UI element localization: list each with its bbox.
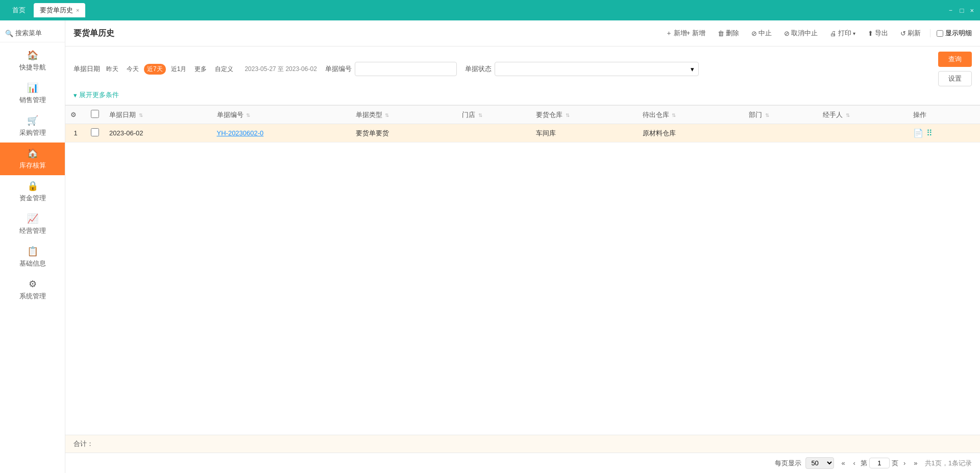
sort-icon-pending-wh[interactable]: ⇅ [672,112,676,118]
status-filter: 单据状态 ▾ [465,62,930,76]
select-all-checkbox[interactable] [91,110,99,118]
add-icon: ＋ [666,29,672,38]
refresh-icon: ↺ [900,30,906,37]
top-bar: 首页 要货单历史 × － □ × [0,0,980,20]
row-checkbox[interactable] [91,128,99,136]
col-date: 单据日期 ⇅ [104,106,212,124]
date-btn-7days[interactable]: 近7天 [144,64,166,75]
order-no-filter: 单据编号 [325,62,457,76]
sidebar-item-inventory[interactable]: 🏠 库存核算 [0,143,65,175]
row-actions: 📄 ⠿ [908,124,980,143]
date-range-display: 2023-05-27 至 2023-06-02 [244,65,316,74]
info-icon: 📋 [27,246,38,257]
cancel-stop-button[interactable]: ⊘ 取消中止 [781,27,821,40]
table-row: 1 2023-06-02 YH-20230602-0 要货单要货 车间库 原材料… [65,124,980,143]
gear-icon: ⚙ [29,278,37,290]
date-btn-today[interactable]: 今天 [124,64,142,75]
col-order-no: 单据编号 ⇅ [212,106,351,124]
row-order-no: YH-20230602-0 [212,124,351,143]
operations-icon: 📈 [27,213,38,224]
per-page-select[interactable]: 50 10 20 100 [805,457,834,469]
query-button[interactable]: 查询 [938,52,972,67]
row-action-icons: 📄 ⠿ [913,128,975,138]
settings-button[interactable]: 设置 [938,71,972,86]
delete-button[interactable]: 🗑 删除 [715,27,742,40]
sort-icon-dept[interactable]: ⇅ [765,112,769,118]
col-order-type: 单据类型 ⇅ [351,106,457,124]
tab-active[interactable]: 要货单历史 × [34,3,85,17]
export-button[interactable]: ⬆ 导出 [865,27,891,40]
col-req-warehouse: 要货仓库 ⇅ [531,106,637,124]
chart-icon: 📊 [27,82,38,93]
add-button[interactable]: ＋ 新增+ 新增 [663,27,708,40]
sort-icon-req-wh[interactable]: ⇅ [566,112,570,118]
expand-more-btn[interactable]: ▾ 展开更多条件 [74,90,972,100]
maximize-btn[interactable]: □ [960,7,964,14]
sidebar-item-purchase[interactable]: 🛒 采购管理 [0,110,65,143]
footer-summary: 合计： [65,435,980,453]
sort-icon-store[interactable]: ⇅ [478,112,482,118]
row-date: 2023-06-02 [104,124,212,143]
display-detail-checkbox[interactable] [937,30,943,37]
status-dropdown-icon: ▾ [691,65,694,73]
page-nav: « ‹ 第 页 › » [838,458,920,468]
page-number-input[interactable] [869,458,890,468]
print-button[interactable]: 🖨 打印 ▾ [827,27,859,40]
row-order-type: 要货单要货 [351,124,457,143]
status-select[interactable]: ▾ [495,62,699,76]
tab-home[interactable]: 首页 [6,3,32,17]
close-btn[interactable]: × [970,7,974,14]
cancel-icon: ⊘ [784,30,790,37]
home-icon: 🏠 [27,50,38,61]
col-checkbox [86,106,104,124]
stop-button[interactable]: ⊘ 中止 [748,27,775,40]
content-area: 要货单历史 ＋ 新增+ 新增 🗑 删除 ⊘ 中止 ⊘ 取消中止 [65,20,980,473]
sidebar-item-finance[interactable]: 🔒 资金管理 [0,175,65,208]
toolbar-divider [930,29,930,37]
sidebar-item-sales[interactable]: 📊 销售管理 [0,77,65,110]
next-page-btn[interactable]: › [900,458,909,468]
sidebar-item-basic-info[interactable]: 📋 基础信息 [0,241,65,273]
sidebar-item-quick-nav[interactable]: 🏠 快捷导航 [0,44,65,77]
export-icon: ⬆ [868,30,873,37]
row-number: 1 [65,124,86,143]
date-btn-more[interactable]: 更多 [191,64,210,75]
first-page-btn[interactable]: « [838,458,848,468]
date-btn-yesterday[interactable]: 昨天 [103,64,121,75]
window-controls: － □ × [947,6,974,15]
display-detail-toggle[interactable]: 显示明细 [937,29,972,38]
sort-icon-handler[interactable]: ⇅ [846,112,850,118]
sort-icon-orderno[interactable]: ⇅ [246,112,250,118]
row-pending-warehouse: 原材料仓库 [638,124,744,143]
row-req-warehouse: 车间库 [531,124,637,143]
refresh-button[interactable]: ↺ 刷新 [897,27,924,40]
row-handler [818,124,908,143]
sort-icon-type[interactable]: ⇅ [385,112,389,118]
order-no-input[interactable] [355,62,457,76]
tab-close-icon[interactable]: × [76,7,79,13]
inventory-icon: 🏠 [27,148,38,159]
row-store [457,124,531,143]
toolbar: ＋ 新增+ 新增 🗑 删除 ⊘ 中止 ⊘ 取消中止 🖨 打印 ▾ [663,27,972,40]
order-no-link[interactable]: YH-20230602-0 [217,129,264,137]
filter-row: 单据日期 昨天 今天 近7天 近1月 更多 自定义 2023-05-27 至 2… [74,52,972,86]
last-page-btn[interactable]: » [911,458,920,468]
view-icon[interactable]: 📄 [913,128,923,138]
page-header: 要货单历史 ＋ 新增+ 新增 🗑 删除 ⊘ 中止 ⊘ 取消中止 [65,20,980,46]
col-actions: 操作 [908,106,980,124]
sort-icon-date[interactable]: ⇅ [139,112,143,118]
col-settings: ⚙ [65,106,86,124]
sidebar-item-system[interactable]: ⚙ 系统管理 [0,273,65,306]
date-quick-btns: 昨天 今天 近7天 近1月 更多 自定义 [103,64,236,75]
print-dropdown-icon: ▾ [853,31,855,36]
edit-icon[interactable]: ⠿ [926,128,933,138]
date-btn-custom[interactable]: 自定义 [212,64,236,75]
settings-icon[interactable]: ⚙ [70,111,77,119]
sidebar-item-operations[interactable]: 📈 经营管理 [0,208,65,241]
sidebar-search[interactable]: 🔍 搜索菜单 [0,25,65,42]
prev-page-btn[interactable]: ‹ [850,458,859,468]
date-filter: 单据日期 昨天 今天 近7天 近1月 更多 自定义 [74,64,236,75]
minimize-btn[interactable]: － [947,6,954,15]
col-handler: 经手人 ⇅ [818,106,908,124]
date-btn-1month[interactable]: 近1月 [168,64,190,75]
